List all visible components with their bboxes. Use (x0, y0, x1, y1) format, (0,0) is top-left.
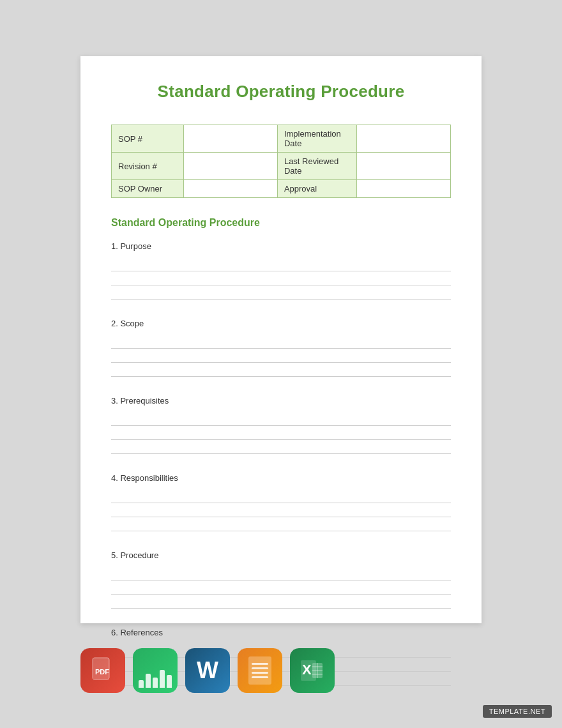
revision-label: Revision # (112, 153, 184, 180)
info-table: SOP # Implementation Date Revision # Las… (111, 125, 451, 198)
pages-line-4 (252, 676, 268, 678)
section-responsibilities: 4. Responsibilities (111, 473, 451, 531)
section-heading-responsibilities: 4. Responsibilities (111, 473, 451, 483)
section-prerequisites: 3. Prerequisites (111, 396, 451, 454)
word-icon[interactable]: W (185, 648, 230, 693)
section-scope: 2. Scope (111, 319, 451, 377)
last-reviewed-value[interactable] (357, 153, 451, 180)
excel-svg: X (298, 656, 326, 685)
section-lines-purpose[interactable] (111, 257, 451, 300)
bar-chart (139, 669, 172, 688)
content-line[interactable] (111, 335, 451, 349)
pages-icon[interactable] (238, 648, 282, 693)
word-letter: W (197, 659, 218, 682)
content-line[interactable] (111, 363, 451, 377)
app-icons-bar: PDF W (80, 648, 335, 693)
section-purpose: 1. Purpose (111, 241, 451, 300)
sop-owner-label: SOP Owner (112, 180, 184, 198)
section-lines-responsibilities[interactable] (111, 489, 451, 531)
word-icon-inner: W (197, 659, 218, 682)
bar-1 (139, 680, 144, 688)
section-procedure: 5. Procedure (111, 550, 451, 609)
section-heading-scope: 2. Scope (111, 319, 451, 328)
impl-date-value[interactable] (357, 125, 451, 153)
sop-number-value[interactable] (184, 125, 278, 153)
sop-number-label: SOP # (112, 125, 184, 153)
pdf-svg: PDF (91, 656, 115, 685)
content-line[interactable] (111, 426, 451, 440)
bar-3 (153, 678, 158, 688)
content-line[interactable] (111, 595, 451, 609)
section-lines-prerequisites[interactable] (111, 412, 451, 454)
section-lines-procedure[interactable] (111, 566, 451, 609)
section-heading-prerequisites: 3. Prerequisites (111, 396, 451, 406)
last-reviewed-label: Last Reviewed Date (277, 153, 356, 180)
sop-owner-value[interactable] (184, 180, 278, 198)
content-line[interactable] (111, 517, 451, 531)
pages-line-2 (252, 667, 268, 669)
numbers-icon[interactable] (133, 648, 178, 693)
content-line[interactable] (111, 271, 451, 285)
section-main-title: Standard Operating Procedure (111, 217, 451, 229)
numbers-icon-inner (133, 648, 178, 693)
content-line[interactable] (111, 257, 451, 271)
pdf-icon-inner: PDF (80, 648, 125, 693)
content-line[interactable] (111, 349, 451, 363)
section-heading-references: 6. References (111, 628, 451, 637)
pages-doc-shape (248, 656, 271, 685)
content-line[interactable] (111, 440, 451, 454)
pdf-icon[interactable]: PDF (80, 648, 125, 693)
excel-icon[interactable]: X (290, 648, 335, 693)
document-container: Standard Operating Procedure SOP # Imple… (80, 56, 482, 623)
svg-text:X: X (302, 662, 312, 678)
bar-5 (167, 675, 172, 688)
approval-label: Approval (277, 180, 356, 198)
pages-line-3 (252, 672, 268, 674)
content-line[interactable] (111, 412, 451, 426)
bar-2 (146, 674, 151, 688)
section-lines-scope[interactable] (111, 335, 451, 377)
content-line[interactable] (111, 566, 451, 580)
content-line[interactable] (111, 489, 451, 503)
table-row: SOP Owner Approval (112, 180, 451, 198)
excel-icon-inner: X (298, 656, 326, 685)
table-row: Revision # Last Reviewed Date (112, 153, 451, 180)
svg-text:PDF: PDF (95, 668, 109, 676)
pages-icon-inner (248, 656, 271, 685)
section-heading-purpose: 1. Purpose (111, 241, 451, 251)
bar-4 (160, 670, 165, 688)
document-title: Standard Operating Procedure (111, 82, 451, 102)
template-badge: TEMPLATE.NET (483, 705, 552, 718)
impl-date-label: Implementation Date (277, 125, 356, 153)
table-row: SOP # Implementation Date (112, 125, 451, 153)
content-line[interactable] (111, 580, 451, 595)
approval-value[interactable] (357, 180, 451, 198)
revision-value[interactable] (184, 153, 278, 180)
section-heading-procedure: 5. Procedure (111, 550, 451, 560)
content-line[interactable] (111, 503, 451, 517)
content-line[interactable] (111, 285, 451, 300)
pages-line-1 (252, 663, 268, 665)
